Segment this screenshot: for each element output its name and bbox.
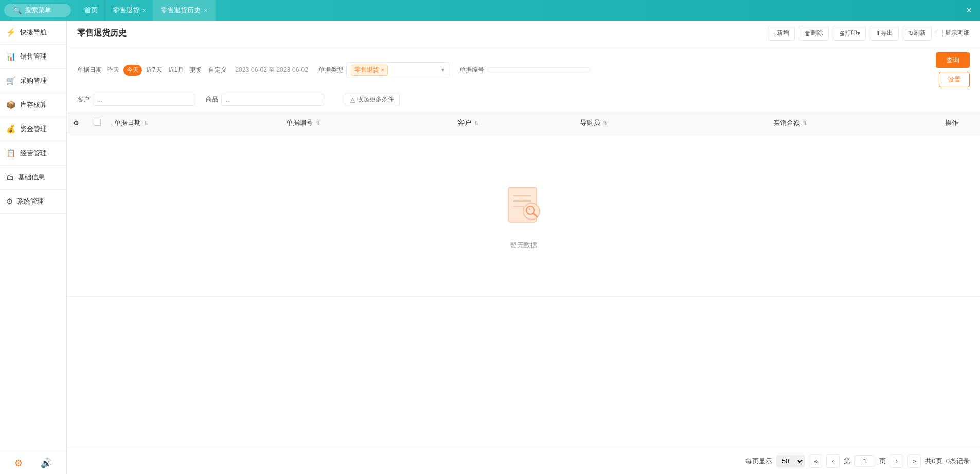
sidebar-item-quick-nav[interactable]: ⚡ 快捷导航 (0, 21, 66, 45)
sidebar-item-label: 经营管理 (20, 149, 47, 158)
delete-icon: 🗑 (805, 30, 811, 37)
close-window-btn[interactable]: × (962, 5, 976, 16)
col-customer-sort-icon: ⇅ (474, 120, 478, 126)
base-info-icon: 🗂 (6, 173, 14, 182)
show-detail-toggle[interactable]: 显示明细 (936, 29, 970, 38)
sidebar-item-purchase[interactable]: 🛒 采购管理 (0, 69, 66, 93)
sidebar-item-label: 系统管理 (17, 197, 44, 206)
tab-retail-return[interactable]: 零售退货 × (105, 0, 153, 21)
order-no-label: 单据编号 (459, 66, 484, 75)
col-customer-label: 客户 (458, 119, 471, 126)
search-menu-box[interactable]: 🔍 搜索菜单 (4, 4, 71, 17)
customer-label: 客户 (77, 95, 90, 104)
type-select-arrow-icon: ▾ (441, 66, 444, 74)
col-action-label: 操作 (945, 119, 958, 126)
per-page-select[interactable]: 50 10 20 100 (776, 455, 805, 467)
sales-icon: 📊 (6, 52, 16, 61)
first-page-button[interactable]: « (809, 454, 822, 468)
order-no-filter: 单据编号 (459, 66, 590, 75)
sidebar-item-label: 采购管理 (20, 76, 47, 85)
delete-button[interactable]: 🗑 删除 (799, 26, 829, 41)
date-filter: 单据日期 昨天 今天 近7天 近1月 更多 自定义 2023-06-02 至 2… (77, 65, 308, 76)
add-button[interactable]: + 新增 (768, 26, 795, 41)
inventory-icon: 📦 (6, 100, 16, 110)
tab-home[interactable]: 首页 (77, 0, 105, 21)
page-number-input[interactable] (854, 455, 875, 467)
sidebar-item-inventory[interactable]: 📦 库存核算 (0, 93, 66, 117)
table-wrapper: ⚙ 单据日期 ⇅ 单据编号 ⇅ 客户 (67, 113, 980, 448)
date-btn-7days[interactable]: 近7天 (144, 65, 164, 76)
sidebar-item-operations[interactable]: 📋 经营管理 (0, 141, 66, 166)
date-filter-label: 单据日期 (77, 66, 102, 75)
col-order-no-sort-icon: ⇅ (316, 120, 320, 126)
quick-nav-icon: ⚡ (6, 28, 16, 37)
date-btn-custom[interactable]: 自定义 (206, 65, 229, 76)
print-button[interactable]: 🖨 打印 ▾ (833, 26, 866, 41)
show-detail-checkbox[interactable] (936, 30, 943, 37)
date-btn-today[interactable]: 今天 (123, 65, 142, 76)
select-all-checkbox[interactable] (94, 119, 101, 126)
sidebar-item-sales[interactable]: 📊 销售管理 (0, 45, 66, 69)
page-header: 零售退货历史 + 新增 🗑 删除 🖨 打印 ▾ ⬆ 导出 (67, 21, 980, 46)
goods-input[interactable]: ... (221, 94, 324, 106)
tab-retail-return-close[interactable]: × (142, 7, 146, 13)
sidebar-item-base-info[interactable]: 🗂 基础信息 (0, 166, 66, 190)
collapse-filter-button[interactable]: △ 收起更多条件 (345, 93, 400, 106)
refresh-button[interactable]: ↻ 刷新 (903, 26, 932, 41)
col-order-no[interactable]: 单据编号 ⇅ (280, 113, 452, 133)
col-date-sort-icon: ⇅ (144, 120, 148, 126)
tab-retail-return-history[interactable]: 零售退货历史 × (153, 0, 215, 21)
export-button[interactable]: ⬆ 导出 (870, 26, 899, 41)
print-arrow-icon: ▾ (857, 30, 860, 37)
add-icon: + (773, 30, 777, 37)
date-range-display: 2023-06-02 至 2023-06-02 (235, 66, 308, 75)
col-date-label: 单据日期 (114, 119, 141, 126)
purchase-icon: 🛒 (6, 76, 16, 85)
type-select[interactable]: 零售退货 × ▾ (346, 62, 449, 78)
query-button[interactable]: 查询 (936, 52, 970, 68)
data-table: ⚙ 单据日期 ⇅ 单据编号 ⇅ 客户 (67, 113, 980, 297)
sidebar-item-system[interactable]: ⚙ 系统管理 (0, 190, 66, 214)
sidebar-item-label: 资金管理 (20, 124, 47, 134)
col-amount[interactable]: 实销金额 ⇅ (767, 113, 939, 133)
sidebar-item-finance[interactable]: 💰 资金管理 (0, 117, 66, 141)
search-icon: 🔍 (13, 7, 22, 14)
date-btn-1month[interactable]: 近1月 (166, 65, 186, 76)
header-actions: + 新增 🗑 删除 🖨 打印 ▾ ⬆ 导出 ↻ (768, 26, 970, 41)
date-btn-yesterday[interactable]: 昨天 (105, 65, 121, 76)
col-checkbox[interactable] (87, 113, 108, 133)
sidebar-sound-icon[interactable]: 🔊 (41, 458, 52, 469)
empty-illustration (498, 179, 549, 232)
col-amount-sort-icon: ⇅ (803, 120, 807, 126)
sidebar-gear-icon[interactable]: ⚙ (14, 458, 23, 469)
set-button[interactable]: 设置 (939, 72, 970, 87)
customer-input[interactable]: ... (93, 94, 195, 106)
sidebar: ⚡ 快捷导航 📊 销售管理 🛒 采购管理 📦 库存核算 💰 资金管理 📋 经营管… (0, 21, 67, 474)
tab-home-label: 首页 (84, 6, 98, 15)
tab-retail-return-label: 零售退货 (113, 6, 139, 15)
add-label: 新增 (777, 29, 789, 38)
next-page-button[interactable]: › (890, 454, 903, 468)
tab-retail-return-history-close[interactable]: × (204, 7, 207, 13)
col-date[interactable]: 单据日期 ⇅ (108, 113, 280, 133)
date-btn-more[interactable]: 更多 (188, 65, 204, 76)
type-tag-label: 零售退货 (354, 66, 379, 75)
type-tag-remove[interactable]: × (381, 67, 384, 73)
print-label: 打印 (845, 29, 857, 38)
type-tag: 零售退货 × (351, 65, 388, 76)
print-icon: 🖨 (839, 30, 845, 37)
col-guide[interactable]: 导购员 ⇅ (574, 113, 721, 133)
total-records: 共0页, 0条记录 (925, 457, 970, 466)
prev-page-button[interactable]: ‹ (826, 454, 840, 468)
goods-label: 商品 (206, 95, 218, 104)
col-settings[interactable]: ⚙ (67, 113, 87, 133)
last-page-button[interactable]: » (907, 454, 921, 468)
show-detail-label: 显示明细 (945, 29, 970, 38)
order-no-input[interactable] (487, 67, 590, 72)
system-icon: ⚙ (6, 197, 13, 206)
sidebar-item-label: 销售管理 (20, 52, 47, 61)
refresh-icon: ↻ (908, 30, 914, 37)
goods-placeholder: ... (226, 96, 231, 103)
col-customer[interactable]: 客户 ⇅ (452, 113, 574, 133)
customer-filter: 客户 ... (77, 94, 195, 106)
